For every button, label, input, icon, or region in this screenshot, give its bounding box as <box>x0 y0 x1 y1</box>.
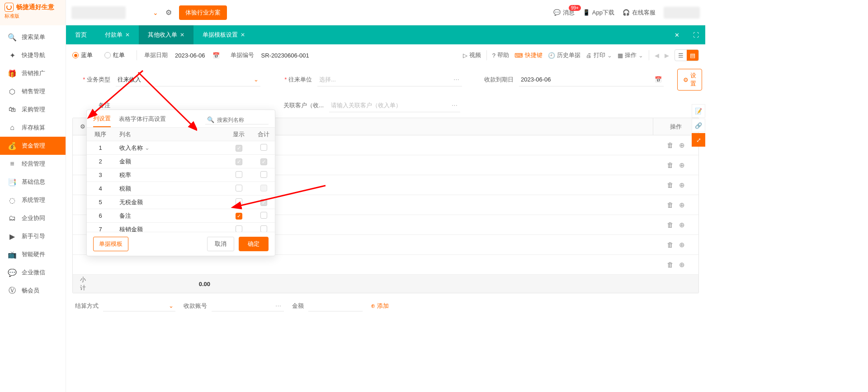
sidebar-item[interactable]: 📺智能硬件 <box>0 245 66 263</box>
messages-link[interactable]: 💬 消息 99+ <box>553 9 575 17</box>
popover-search[interactable]: 🔍 <box>205 115 269 124</box>
delete-icon[interactable]: 🗑 <box>667 161 674 169</box>
subtotal-amount: 0.00 <box>156 281 215 287</box>
calendar-icon[interactable]: 📅 <box>212 52 220 59</box>
sidebar-item[interactable]: 📑基础信息 <box>0 173 66 191</box>
checkbox-icon[interactable] <box>236 198 242 205</box>
insert-icon[interactable]: ⊕ <box>679 201 685 209</box>
menu-icon: 💬 <box>8 268 16 277</box>
delete-icon[interactable]: 🗑 <box>667 221 674 229</box>
due-date-field[interactable]: 2023-06-06 📅 <box>519 73 664 86</box>
checkbox-icon[interactable] <box>260 171 267 178</box>
sidebar-item[interactable]: 🛍采购管理 <box>0 100 66 119</box>
insert-icon[interactable]: ⊕ <box>679 241 685 249</box>
tab[interactable]: 单据模板设置✕ <box>193 25 254 44</box>
rail-link-icon[interactable]: 🔗 <box>692 119 705 132</box>
checkbox-icon[interactable] <box>236 171 242 178</box>
delete-icon[interactable]: 🗑 <box>667 141 674 149</box>
close-icon[interactable]: ✕ <box>241 32 245 38</box>
checkbox-icon[interactable]: ✓ <box>260 158 267 165</box>
checkbox-icon[interactable]: ✓ <box>260 199 267 206</box>
doc-date-value[interactable]: 2023-06-06 <box>175 52 205 59</box>
radio-red[interactable]: 红单 <box>104 51 125 59</box>
view-list-icon[interactable]: ☰ <box>675 50 687 61</box>
checkbox-icon[interactable]: ✓ <box>236 145 242 152</box>
checkbox-icon[interactable]: ✓ <box>236 213 242 220</box>
checkbox-icon[interactable] <box>260 212 267 219</box>
sidebar-item[interactable]: ⌂库存核算 <box>0 119 66 137</box>
checkbox-icon[interactable] <box>236 185 242 191</box>
more-icon[interactable]: ⋯ <box>452 102 458 109</box>
close-icon[interactable]: ✕ <box>180 32 184 38</box>
tab[interactable]: 付款单✕ <box>96 25 139 44</box>
insert-icon[interactable]: ⊕ <box>679 261 685 269</box>
checkbox-icon[interactable] <box>260 225 267 232</box>
tab-close-all-icon[interactable]: ✕ <box>667 25 686 44</box>
calendar-icon[interactable]: 📅 <box>655 76 662 83</box>
sidebar-item[interactable]: 💰资金管理 <box>0 137 66 155</box>
delete-icon[interactable]: 🗑 <box>667 181 674 189</box>
tab[interactable]: 其他收入单✕ <box>139 25 193 44</box>
sidebar-item[interactable]: 🔍搜索菜单 <box>0 28 66 46</box>
close-icon[interactable]: ✕ <box>125 32 130 38</box>
checkbox-icon[interactable] <box>260 144 267 151</box>
user-avatar-blur[interactable] <box>664 7 700 19</box>
experience-button[interactable]: 体验行业方案 <box>179 5 227 20</box>
sidebar-item[interactable]: 🗂企业协同 <box>0 209 66 227</box>
video-link[interactable]: ▷视频 <box>463 51 481 59</box>
add-link[interactable]: ⊕ 添加 <box>371 302 389 310</box>
tab-expand-icon[interactable]: ⛶ <box>686 25 705 44</box>
popover-tab-columns[interactable]: 列设置 <box>93 115 111 127</box>
checkbox-icon[interactable]: ✓ <box>236 158 242 165</box>
cancel-button[interactable]: 取消 <box>207 237 234 251</box>
menu-icon: ⬡ <box>8 87 16 96</box>
radio-blue[interactable]: 蓝单 <box>72 51 93 59</box>
sidebar-item[interactable]: ⬡销售管理 <box>0 82 66 100</box>
history-link[interactable]: 🕘历史单据 <box>548 51 580 59</box>
settings-button[interactable]: ⚙设置 <box>677 69 702 91</box>
insert-icon[interactable]: ⊕ <box>679 161 685 169</box>
sidebar-item[interactable]: Ⓥ畅会员 <box>0 282 66 300</box>
gear-icon[interactable]: ⚙ <box>163 7 175 19</box>
more-icon[interactable]: ⋯ <box>453 76 460 83</box>
menu-label: 系统管理 <box>22 196 45 204</box>
settle-method-field[interactable]: ⌄ <box>103 301 175 311</box>
menu-label: 搜索菜单 <box>22 33 45 41</box>
partner-field[interactable]: 选择... ⋯ <box>317 73 462 86</box>
popover-tab-font[interactable]: 表格字体行高设置 <box>119 115 166 127</box>
help-link[interactable]: ?帮助 <box>492 51 509 59</box>
ok-button[interactable]: 确定 <box>239 237 269 251</box>
delete-icon[interactable]: 🗑 <box>667 241 674 249</box>
sidebar-item[interactable]: 💬企业微信 <box>0 263 66 282</box>
next-icon[interactable]: ▶ <box>665 52 669 59</box>
sidebar-item[interactable]: 🎁营销推广 <box>0 64 66 82</box>
popover-search-input[interactable] <box>217 117 267 123</box>
biz-type-field[interactable]: 往来收入 ⌄ <box>116 73 260 86</box>
tab[interactable]: 首页 <box>66 25 96 44</box>
prev-icon[interactable]: ◀ <box>655 52 659 59</box>
chevron-down-icon[interactable]: ⌄ <box>153 9 158 16</box>
operate-link[interactable]: ▦操作⌄ <box>618 51 643 59</box>
delete-icon[interactable]: 🗑 <box>667 201 674 209</box>
rail-expand-icon[interactable]: ⤢ <box>692 133 705 147</box>
sidebar-item[interactable]: ◌系统管理 <box>0 191 66 209</box>
table-row[interactable]: 🗑⊕ <box>73 255 698 275</box>
rail-note-icon[interactable]: 📝 <box>692 104 705 118</box>
template-button[interactable]: 单据模板 <box>93 237 128 251</box>
app-download-link[interactable]: 📱 App下载 <box>583 9 614 17</box>
rel-customer-field[interactable]: 请输入关联客户（收入单） ⋯ <box>329 99 460 112</box>
print-link[interactable]: 🖨打印⌄ <box>586 51 612 59</box>
delete-icon[interactable]: 🗑 <box>667 261 674 268</box>
view-card-icon[interactable]: ▤ <box>687 50 698 61</box>
settle-account-field[interactable]: ⋯ <box>212 301 284 311</box>
settle-amount-field[interactable] <box>308 301 363 311</box>
insert-icon[interactable]: ⊕ <box>679 141 685 149</box>
sidebar-item[interactable]: ≡经营管理 <box>0 155 66 173</box>
customer-service-link[interactable]: 🎧 在线客服 <box>623 9 656 17</box>
checkbox-icon[interactable] <box>236 225 242 232</box>
sidebar-item[interactable]: ▶新手引导 <box>0 227 66 245</box>
shortcut-link[interactable]: ⌨快捷键 <box>514 51 542 59</box>
insert-icon[interactable]: ⊕ <box>679 221 685 229</box>
sidebar-item[interactable]: ✦快捷导航 <box>0 46 66 64</box>
insert-icon[interactable]: ⊕ <box>679 181 685 189</box>
